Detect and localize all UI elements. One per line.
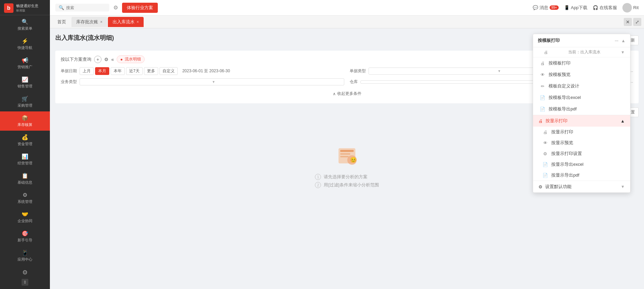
date-btn-current-year[interactable]: 本年 [111,67,125,75]
dropdown-header: 按模板打印 ··· ▲ [533,34,630,47]
display-pdf-label: 按显示导出pdf [551,172,579,178]
sidebar-item-finance[interactable]: 💰 资金管理 [0,131,50,150]
sidebar-item-guide[interactable]: 🎯 新手引导 [0,227,50,246]
current-arrow[interactable]: ▼ [621,50,625,55]
sidebar-item-purchase[interactable]: 🛒 采购管理 [0,92,50,111]
dropdown-template-custom[interactable]: ✏ 模板自定义设计 [533,80,630,92]
filter-business-label: 业务类型 [61,79,77,85]
tab-bar-right: ✕ ⤢ [624,18,641,26]
dropdown-template-excel[interactable]: 📄 按模板导出excel [533,92,630,103]
headset-icon: 🎧 [593,5,598,10]
dropdown-display-pdf[interactable]: 📄 按显示导出pdf [533,170,630,181]
quick-nav-icon: ⚡ [22,38,28,44]
user-name: Rit [633,5,639,10]
user-avatar-area[interactable]: Rit [622,3,639,12]
sidebar-item-system[interactable]: ⚙ 系统管理 [0,188,50,208]
settings-icon[interactable]: ⚙ [22,269,28,276]
dropdown-more-icon[interactable]: ··· [615,38,618,43]
excel-display-icon: 📄 [543,162,548,167]
pdf-display-icon: 📄 [543,173,548,178]
date-btn-last7[interactable]: 近7天 [126,67,143,75]
sidebar-item-apps[interactable]: 📱 应用中心 [0,246,50,265]
date-buttons: 上月 本月 本年 近7天 更多 自定义 [80,67,178,75]
sidebar-item-basics[interactable]: 📋 基础信息 [0,169,50,188]
date-btn-custom[interactable]: 自定义 [159,67,178,75]
tab-close-all-btn[interactable]: ✕ [624,18,632,26]
current-label: 当前：出入库流水 [568,49,601,55]
sidebar-nav: 🔍 搜索菜单 ⚡ 快捷导航 📢 营销推广 📈 销售管理 🛒 采购管理 📦 库存核… [0,15,50,265]
topbar-gear-icon[interactable]: ⚙ [113,4,118,11]
sidebar-item-inventory[interactable]: 📦 库存核算 [0,111,50,131]
dropdown-display-print[interactable]: 🖨 按显示打印 [533,127,630,137]
message-icon: 💬 [533,5,538,10]
filter-business-select[interactable]: ▼ [80,78,344,85]
display-excel-label: 按显示导出excel [551,161,583,167]
topbar-right: 💬 消息 99+ 📱 App下载 🎧 在线客服 Rit [533,3,639,12]
dropdown-title: 按模板打印 [538,37,560,44]
tab-home-label: 首页 [57,19,66,25]
display-section-header[interactable]: 🖨 按显示打印 ▲ [533,115,630,127]
template-print-label: 按模板打印 [549,60,570,66]
filter-voucher-label: 单据类型 [350,68,366,74]
display-section-label: 按显示打印 [546,118,567,124]
empty-step-2: 2 用[过滤]条件来缩小分析范围 [315,182,379,188]
filter-settings-icon[interactable]: ⚙ [104,57,109,62]
current-icon: 🖨 [544,50,548,55]
tab-flow[interactable]: 出入库流水 × [108,17,144,27]
sidebar-item-label-quick-nav: 快捷导航 [18,45,32,50]
sidebar-item-label-system: 系统管理 [18,199,32,204]
date-btn-prev-month[interactable]: 上月 [80,67,94,75]
tab-batch-close[interactable]: × [100,20,103,24]
sidebar-scroll-btn[interactable]: ⇕ [22,279,28,286]
dropdown-footer[interactable]: ⚙ 设置默认功能 ▼ [533,181,630,192]
industry-btn[interactable]: 体验行业方案 [122,3,158,13]
search-input[interactable] [66,5,100,10]
display-section-title: 🖨 按显示打印 [538,118,567,124]
system-icon: ⚙ [23,192,27,198]
svg-rect-2 [340,153,350,155]
basics-icon: 📋 [22,173,28,179]
sidebar-item-sales[interactable]: 📈 销售管理 [0,73,50,92]
sidebar-item-quick-nav[interactable]: ⚡ 快捷导航 [0,34,50,54]
tab-batch[interactable]: 库存批次账 × [71,17,107,27]
dropdown-template-pdf[interactable]: 📄 按模板导出pdf [533,103,630,115]
step-1-text: 请先选择要分析的方案 [324,174,368,180]
dropdown-display-preview[interactable]: 👁 按显示预览 [533,137,630,148]
dropdown-display-excel[interactable]: 📄 按显示导出excel [533,159,630,170]
online-service-btn[interactable]: 🎧 在线客服 [593,5,617,11]
filter-add-btn[interactable]: + [94,56,101,63]
date-btn-current-month[interactable]: 本月 [95,67,109,75]
dropdown-template-preview[interactable]: 👁 按模板预览 [533,69,630,80]
dropdown-display-settings[interactable]: ⚙ 按显示打印设置 [533,148,630,159]
date-btn-more[interactable]: 更多 [144,67,158,75]
excel-template-icon: 📄 [540,95,545,100]
sidebar-item-collab[interactable]: 🤝 企业协同 [0,208,50,227]
collapse-icon: ∧ [333,91,336,96]
display-section: 🖨 按显示打印 ▲ 🖨 按显示打印 👁 按显示预览 ⚙ 按显示打印设置 📄 按显… [533,115,630,181]
tab-batch-label: 库存批次账 [76,19,98,25]
tab-flow-close[interactable]: × [137,20,139,24]
tab-home[interactable]: 首页 [53,17,71,27]
display-preview-label: 按显示预览 [551,140,573,146]
sidebar-item-search[interactable]: 🔍 搜索菜单 [0,15,50,34]
template-excel-label: 按模板导出excel [549,95,581,101]
filter-date-label: 单据日期 [61,68,77,74]
finance-icon: 💰 [22,134,28,140]
step-num-1: 1 [315,174,321,180]
sidebar-item-label-guide: 新手引导 [18,238,32,243]
tab-expand-btn[interactable]: ⤢ [633,18,641,26]
dropdown-arrow-up[interactable]: ▲ [621,38,625,43]
app-download-btn[interactable]: 📱 App下载 [564,5,587,11]
filter-warehouse-label: 仓库 [350,79,358,85]
page-title: 出入库流水(流水明细) [55,34,114,42]
search-icon: 🔍 [59,5,64,10]
message-btn[interactable]: 💬 消息 99+ [533,5,559,11]
display-print-label: 按显示打印 [551,129,573,135]
sidebar-item-operations[interactable]: 📊 经营管理 [0,150,50,169]
display-settings-label: 按显示打印设置 [551,151,582,157]
filter-collapse-icon[interactable]: « [111,57,114,62]
app-logo-icon: b [4,3,13,13]
sidebar-item-marketing[interactable]: 📢 营销推广 [0,54,50,73]
dropdown-template-print[interactable]: 🖨 按模板打印 [533,57,630,69]
svg-rect-3 [340,156,349,157]
